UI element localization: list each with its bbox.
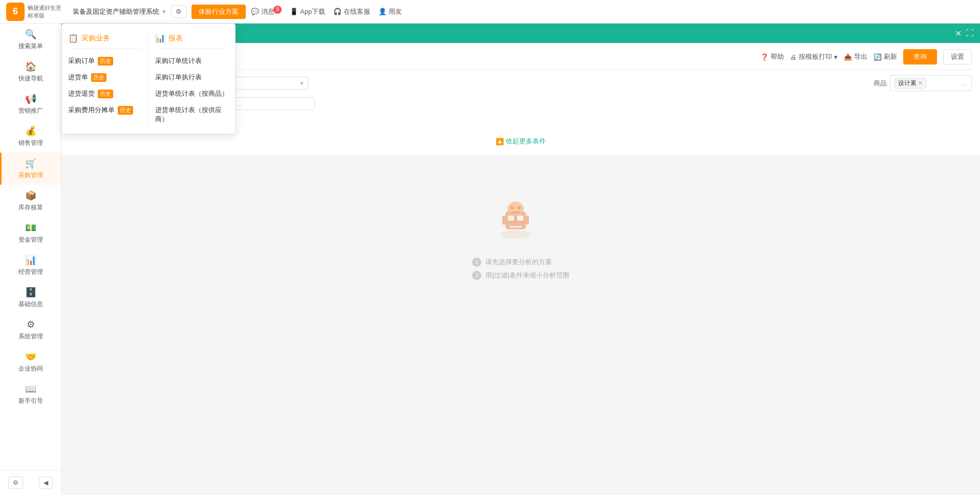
history-badge-1: 历史	[91, 73, 106, 82]
goods-tag-close[interactable]: ✕	[918, 80, 923, 87]
history-badge-0: 历史	[98, 57, 113, 66]
sidebar-item-finance[interactable]: 💵 资金管理	[0, 217, 61, 249]
sidebar-item-purchase[interactable]: 🛒 采购管理	[0, 153, 61, 185]
report-col-icon: 📊	[155, 33, 165, 43]
app-download-button[interactable]: 📱 App下载	[290, 7, 325, 16]
status-input[interactable]: ... ▾	[226, 77, 308, 90]
operation-icon: 📊	[25, 254, 36, 266]
sidebar-item-marketing[interactable]: 📢 营销推广	[0, 88, 61, 120]
goods-label: 商品	[874, 79, 887, 88]
history-badge-3: 历史	[118, 106, 133, 115]
message-icon: 💬	[251, 8, 259, 15]
tip-num-1: 1	[472, 257, 481, 267]
settings-button[interactable]: ⚙	[171, 5, 186, 18]
system-title: 装备及固定资产辅助管理系统 ▾	[73, 7, 166, 16]
sidebar: 🔍 搜索菜单 🏠 快捷导航 📢 营销推广 💰 销售管理 🛒 采购管理 📦 库存核…	[0, 24, 61, 495]
print-icon: 🖨	[790, 53, 797, 61]
dropdown-menu: 📋 采购业务 采购订单 历史 进货单 历史 进货退货 历史 采购费用分摊单 历史	[61, 24, 236, 134]
user-icon: 👤	[378, 8, 387, 15]
svg-point-8	[510, 206, 514, 209]
message-badge: 9	[273, 6, 282, 14]
empty-tips: 1 请先选择要分析的方案 2 用[过滤]条件来缩小分析范围	[472, 257, 569, 280]
dropdown-col-report: 📊 报表 采购订单统计表 采购订单执行表 进货单统计表（按商品） 进货单统计表（…	[149, 30, 236, 127]
help-btn[interactable]: ❓ 帮助	[760, 52, 784, 61]
print-dropdown-icon: ▾	[834, 53, 838, 61]
dropdown-item-return[interactable]: 进货退货 历史	[68, 85, 142, 102]
dropdown-col-report-title: 📊 报表	[155, 30, 229, 49]
online-service-button[interactable]: 🎧 在线客服	[333, 7, 370, 16]
dropdown-item-expense[interactable]: 采购费用分摊单 历史	[68, 102, 142, 118]
sidebar-item-inventory[interactable]: 📦 库存核算	[0, 185, 61, 217]
headset-icon: 🎧	[333, 8, 342, 15]
sidebar-collapse-btn[interactable]: ◀	[39, 477, 53, 489]
dropdown-item-order-stats[interactable]: 采购订单统计表	[155, 53, 229, 69]
dropdown-item-purchase-order[interactable]: 采购订单 历史	[68, 53, 142, 69]
phone-icon: 📱	[290, 8, 298, 15]
svg-point-0	[500, 230, 531, 239]
svg-rect-3	[517, 216, 523, 221]
sidebar-item-basic-info[interactable]: 🗄️ 基础信息	[0, 282, 61, 314]
sidebar-item-guide[interactable]: 📖 新手引导	[0, 378, 61, 411]
print-btn[interactable]: 🖨 按模板打印 ▾	[790, 52, 838, 61]
industry-button[interactable]: 体验行业方案	[191, 5, 246, 19]
help-icon: ❓	[760, 53, 769, 61]
sidebar-item-nav[interactable]: 🏠 快捷导航	[0, 56, 61, 88]
inventory-icon: 📦	[25, 190, 36, 201]
refresh-icon: 🔄	[874, 53, 882, 61]
sidebar-item-operation[interactable]: 📊 经营管理	[0, 249, 61, 282]
export-btn[interactable]: 📤 导出	[844, 52, 867, 61]
tip-num-2: 2	[472, 271, 481, 280]
salesman-input[interactable]: ...	[233, 97, 315, 110]
svg-point-7	[507, 202, 524, 216]
marketing-icon: 📢	[25, 93, 36, 104]
sidebar-item-sales[interactable]: 💰 销售管理	[0, 120, 61, 153]
goods-filter: 商品 设计素 ✕ ...	[874, 75, 972, 91]
title-dropdown-arrow[interactable]: ▾	[162, 8, 166, 15]
logo-text: 畅捷通好生意 标准版	[28, 4, 61, 19]
status-dropdown-arrow: ▾	[300, 79, 304, 87]
system-icon: ⚙	[27, 319, 35, 330]
empty-icon	[490, 196, 551, 247]
history-badge-2: 历史	[98, 90, 113, 98]
empty-tip-1: 1 请先选择要分析的方案	[472, 257, 569, 267]
refresh-btn[interactable]: 🔄 刷新	[874, 52, 897, 61]
svg-rect-10	[512, 211, 520, 213]
logo-area: 6 畅捷通好生意 标准版	[6, 3, 68, 21]
goods-more-btn[interactable]: ...	[962, 79, 967, 87]
collapse-filters-btn[interactable]: 🔼 收起更多条件	[70, 134, 972, 149]
cooperation-icon: 🤝	[25, 351, 36, 362]
svg-rect-4	[509, 226, 522, 228]
export-icon: 📤	[844, 53, 852, 61]
svg-rect-5	[502, 216, 505, 225]
purchase-col-icon: 📋	[68, 33, 78, 43]
finance-icon: 💵	[25, 222, 36, 233]
sidebar-item-search[interactable]: 🔍 搜索菜单	[0, 24, 61, 56]
query-btn[interactable]: 查询	[903, 49, 937, 64]
dropdown-item-inbound-stats-goods[interactable]: 进货单统计表（按商品）	[155, 85, 229, 102]
tab-bar-actions: ✕ ⛶	[955, 29, 980, 38]
top-right-actions: 💬 消息 9 📱 App下载 🎧 在线客服 👤 用友	[251, 7, 402, 16]
svg-point-9	[518, 206, 521, 209]
logo-icon: 6	[6, 3, 25, 21]
sidebar-item-cooperation[interactable]: 🤝 企业协同	[0, 346, 61, 378]
sales-icon: 💰	[25, 125, 36, 137]
dropdown-item-inbound[interactable]: 进货单 历史	[68, 69, 142, 85]
sidebar-item-system[interactable]: ⚙ 系统管理	[0, 314, 61, 346]
dropdown-col-purchase-title: 📋 采购业务	[68, 30, 142, 49]
empty-robot-svg	[490, 196, 541, 242]
empty-tip-2: 2 用[过滤]条件来缩小分析范围	[472, 271, 569, 280]
dropdown-item-inbound-stats-supplier[interactable]: 进货单统计表（按供应商）	[155, 102, 229, 127]
sidebar-bottom: ⚙ ◀	[0, 470, 61, 495]
dropdown-col-purchase: 📋 采购业务 采购订单 历史 进货单 历史 进货退货 历史 采购费用分摊单 历史	[62, 30, 148, 127]
message-button[interactable]: 💬 消息 9	[251, 7, 282, 16]
settings-filter-btn[interactable]: 设置	[943, 49, 972, 64]
expand-btn[interactable]: ⛶	[966, 29, 974, 38]
goods-input[interactable]: 设计素 ✕ ...	[890, 75, 972, 91]
search-icon: 🔍	[25, 29, 36, 40]
close-all-btn[interactable]: ✕	[955, 29, 962, 38]
sidebar-settings-btn[interactable]: ⚙	[8, 477, 23, 489]
empty-state: 1 请先选择要分析的方案 2 用[过滤]条件来缩小分析范围	[61, 155, 980, 321]
svg-rect-2	[508, 216, 514, 221]
user-button[interactable]: 👤 用友	[378, 7, 402, 16]
dropdown-item-order-exec[interactable]: 采购订单执行表	[155, 69, 229, 85]
